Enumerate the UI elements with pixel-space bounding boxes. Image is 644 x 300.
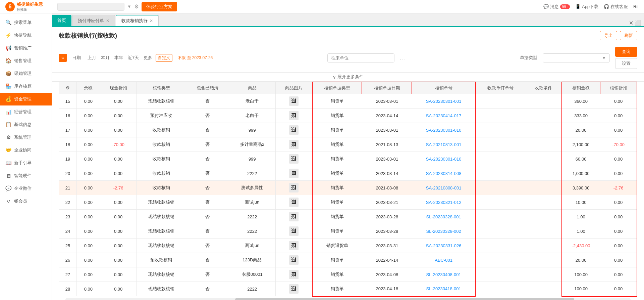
writeoff-number-link[interactable]: SA-20230301-001	[426, 99, 462, 104]
table-cell[interactable]: SA-20210813-001	[412, 137, 475, 152]
table-cell: 否	[186, 94, 229, 109]
tab-collection[interactable]: 收款核销执行 ✕	[116, 15, 159, 26]
sidebar-item-inventory[interactable]: 🏪 库存核算	[0, 80, 52, 93]
table-cell[interactable]: SL-20230328-002	[412, 224, 475, 239]
table-cell: 2023-03-21	[362, 195, 412, 210]
filter-toggle-button[interactable]: »	[59, 54, 67, 62]
gear-icon[interactable]: ⚙	[66, 85, 70, 90]
table-cell: 老白干	[229, 109, 275, 123]
table-cell[interactable]: SA-20230331-026	[412, 239, 475, 253]
table-cell: 25	[59, 239, 77, 253]
writeoff-number-link[interactable]: SA-20230301-010	[426, 128, 462, 133]
writeoff-number-link[interactable]: SA-20210808-001	[426, 185, 462, 190]
table-cell[interactable]: SA-20230301-010	[412, 152, 475, 166]
table-cell	[525, 224, 562, 239]
writeoff-number-link[interactable]: SL-20230408-001	[426, 272, 461, 277]
table-cell: 2023-03-28	[362, 210, 412, 224]
table-cell: 否	[186, 239, 229, 253]
tab-collection-label: 收款核销执行	[121, 18, 148, 24]
sidebar-item-marketing[interactable]: 📢 营销推广	[0, 42, 52, 54]
messages-button[interactable]: 💬 消息 99+	[543, 4, 570, 10]
date-more[interactable]: 更多	[142, 54, 154, 61]
date-this-year[interactable]: 本年	[113, 54, 124, 61]
user-name[interactable]: Rit	[633, 4, 639, 9]
export-button[interactable]: 导出	[600, 31, 617, 40]
headset-icon: 🎧	[604, 4, 609, 9]
date-custom-button[interactable]: 自定义	[156, 54, 172, 62]
maximize-icon[interactable]: ⬜	[635, 20, 641, 26]
table-cell[interactable]: SA-20230301-001	[412, 94, 475, 109]
expand-more-button[interactable]: ∨ 展开更多条件	[333, 74, 364, 80]
counterparty-input[interactable]	[327, 53, 394, 62]
close-prepay-tab-icon[interactable]: ✕	[106, 18, 109, 23]
sidebar-item-operations[interactable]: 📊 经营管理	[0, 105, 52, 118]
app-download-label: App下载	[582, 4, 598, 10]
writeoff-number-link[interactable]: SL-20230418-001	[426, 286, 461, 291]
close-window-icon[interactable]: ✕	[629, 20, 633, 26]
sidebar-item-guide[interactable]: 📖 新手引导	[0, 157, 52, 169]
tab-prepay[interactable]: 预付冲应付单 ✕	[72, 15, 115, 26]
table-cell[interactable]: SA-20230321-012	[412, 195, 475, 210]
horizontal-scrollbar[interactable]	[65, 298, 631, 300]
table-cell: 0.00	[76, 94, 100, 109]
table-cell[interactable]: SA-20210808-001	[412, 181, 475, 195]
writeoff-number-link[interactable]: SL-20230328-002	[426, 229, 461, 234]
table-cell	[525, 166, 562, 181]
table-cell: 否	[186, 195, 229, 210]
table-cell[interactable]: SL-20230418-001	[412, 282, 475, 296]
close-collection-tab-icon[interactable]: ✕	[150, 18, 153, 23]
table-cell: 销货退货单	[312, 239, 362, 253]
logo-icon: 6	[5, 2, 15, 11]
app-download-button[interactable]: 📱 App下载	[575, 4, 598, 10]
writeoff-number-link[interactable]: ABC-001	[435, 258, 452, 263]
table-cell: 🖼	[275, 253, 312, 267]
sidebar-item-enterprise[interactable]: 🤝 企业协同	[0, 144, 52, 157]
col-writeoff-number: 核销单号	[412, 82, 475, 94]
table-cell: 2021-08-08	[362, 181, 412, 195]
table-cell[interactable]: ABC-001	[412, 253, 475, 267]
table-row: 240.000.00现结收款核销否2222🖼销货单2023-03-28SL-20…	[59, 224, 637, 239]
writeoff-number-link[interactable]: SA-20230314-008	[426, 171, 462, 176]
sidebar-item-quick-nav[interactable]: ⚡ 快捷导航	[0, 29, 52, 42]
writeoff-number-link[interactable]: SA-20210813-001	[426, 142, 462, 147]
sidebar-item-smart-hw[interactable]: 🖥 智能硬件	[0, 169, 52, 182]
voucher-type-select[interactable]: ▼	[543, 53, 610, 62]
sidebar-item-base-info[interactable]: 📋 基础信息	[0, 118, 52, 131]
table-cell[interactable]: SA-20230314-008	[412, 166, 475, 181]
table-cell: -2.76	[100, 181, 137, 195]
online-service-button[interactable]: 🎧 在线客服	[604, 4, 628, 10]
writeoff-number-link[interactable]: SA-20230321-012	[426, 200, 462, 205]
tab-home[interactable]: 首页	[52, 15, 71, 26]
sidebar-item-search[interactable]: 🔍 搜索菜单	[0, 16, 52, 29]
phone-icon: 📱	[575, 4, 581, 9]
scrollbar-thumb[interactable]	[235, 298, 574, 300]
gear-icon: ⚙	[5, 134, 11, 140]
writeoff-number-link[interactable]: SA-20230331-026	[426, 243, 462, 248]
sidebar-item-system[interactable]: ⚙ 系统管理	[0, 131, 52, 144]
date-this-month[interactable]: 本月	[100, 54, 111, 61]
table-cell[interactable]: SL-20230328-001	[412, 210, 475, 224]
counterparty-dots[interactable]: ...	[400, 55, 406, 60]
date-7days[interactable]: 近7天	[126, 54, 140, 61]
table-cell: 18	[59, 137, 77, 152]
sidebar-item-wechat[interactable]: 💬 企业微信	[0, 182, 52, 195]
refresh-button[interactable]: 刷新	[620, 31, 637, 40]
sidebar-item-finance[interactable]: 💰 资金管理	[0, 93, 52, 105]
table-cell[interactable]: SA-20230301-010	[412, 123, 475, 137]
writeoff-number-link[interactable]: SA-20230414-017	[426, 113, 462, 118]
table-cell[interactable]: SA-20230414-017	[412, 109, 475, 123]
writeoff-number-link[interactable]: SL-20230328-001	[426, 214, 461, 219]
date-last-month[interactable]: 上月	[86, 54, 98, 61]
search-dropdown-icon[interactable]: ▼	[127, 4, 131, 9]
sidebar-item-sales[interactable]: 🏠 销售管理	[0, 54, 52, 67]
writeoff-number-link[interactable]: SA-20230301-010	[426, 157, 462, 162]
query-button[interactable]: 查询	[615, 47, 637, 57]
settings-icon[interactable]: ⚙	[134, 3, 139, 10]
table-cell[interactable]: SL-20230408-001	[412, 267, 475, 282]
settings-button[interactable]: 设置	[615, 58, 637, 69]
search-input[interactable]	[57, 3, 124, 11]
industry-solution-button[interactable]: 休验行业方案	[142, 2, 177, 11]
sidebar-item-vip[interactable]: V 畅会员	[0, 195, 52, 208]
sidebar-item-purchase[interactable]: 📦 采购管理	[0, 67, 52, 80]
table-cell: 100.00	[562, 282, 600, 296]
